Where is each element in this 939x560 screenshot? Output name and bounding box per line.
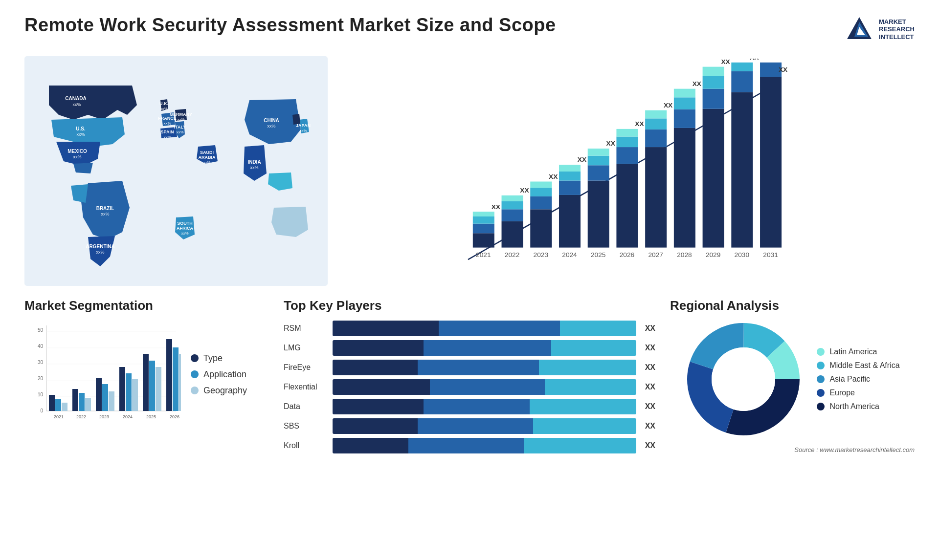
svg-rect-46 [502,201,523,210]
bar-seg1-sbs [333,418,418,434]
svg-text:2021: 2021 [476,251,491,258]
legend-application: Application [191,369,247,380]
svg-rect-70 [616,137,638,148]
svg-rect-77 [645,110,667,119]
svg-text:xx%: xx% [299,129,307,133]
application-label: Application [203,369,246,380]
bar-seg1-flexential [333,379,430,395]
svg-rect-118 [72,389,78,411]
player-name-rsm: RSM [284,324,328,333]
svg-rect-124 [109,391,114,411]
type-dot [191,354,199,362]
player-name-data: Data [284,402,328,411]
bar-seg2-flexential [430,379,545,395]
svg-rect-71 [616,129,638,137]
player-name-flexential: Flexential [284,383,328,391]
svg-rect-82 [674,97,695,109]
svg-rect-81 [674,109,695,128]
bar-seg2-rsm [439,321,560,336]
bar-seg3-lmg [551,340,636,356]
legend-type: Type [191,353,247,364]
page-container: Remote Work Security Assessment Market S… [0,0,939,560]
svg-text:BRAZIL: BRAZIL [96,206,114,211]
player-xx-sbs: XX [645,422,655,431]
player-name-kroll: Kroll [284,441,328,450]
svg-rect-83 [674,89,695,98]
northam-dot [817,403,825,410]
svg-text:xx%: xx% [203,160,210,165]
svg-text:xx%: xx% [181,231,188,236]
svg-text:XX: XX [578,156,587,163]
reg-legend-northam: North America [817,402,899,411]
svg-text:AFRICA: AFRICA [177,226,193,231]
svg-rect-120 [85,398,91,411]
svg-rect-97 [760,77,782,247]
svg-rect-80 [674,128,695,248]
player-xx-lmg: XX [645,344,655,352]
asia-label: Asia Pacific [829,375,870,384]
svg-text:XX: XX [549,173,558,180]
svg-text:SPAIN: SPAIN [161,129,174,134]
svg-rect-92 [731,92,753,248]
europe-label: Europe [829,388,855,397]
svg-text:2024: 2024 [562,251,577,258]
svg-text:xx%: xx% [96,250,104,255]
svg-rect-62 [588,181,609,248]
donut-chart [685,321,802,438]
player-bar-rsm [333,321,636,336]
svg-rect-63 [588,165,609,180]
svg-rect-122 [96,378,102,411]
svg-rect-69 [616,147,638,164]
svg-rect-115 [55,399,61,411]
svg-rect-116 [62,403,67,411]
bar-seg3-rsm [560,321,636,336]
svg-text:2024: 2024 [123,414,133,419]
bar-seg2-data [424,399,530,414]
bar-seg3-data [530,399,636,414]
svg-rect-135 [173,347,179,411]
reg-legend-latin: Latin America [817,347,899,356]
northam-label: North America [829,402,879,411]
bar-seg1-rsm [333,321,439,336]
svg-text:ITALY: ITALY [174,125,186,129]
regional-title: Regional Analysis [670,298,915,313]
player-row-sbs: SBS XX [284,418,655,434]
application-dot [191,370,199,378]
bottom-content: Market Segmentation 0 10 20 30 40 50 [24,298,915,453]
svg-text:2029: 2029 [706,251,720,258]
svg-rect-75 [645,129,667,147]
bar-seg2-lmg [424,340,551,356]
player-bar-sbs [333,418,636,434]
svg-text:40: 40 [38,344,44,349]
legend-geography: Geography [191,386,247,396]
svg-rect-132 [156,367,161,411]
player-xx-flexential: XX [645,383,655,391]
bar-seg1-kroll [333,438,408,453]
svg-rect-44 [502,221,523,248]
svg-rect-64 [588,156,609,166]
player-bar-lmg [333,340,636,356]
seg-legend: Type Application Geography [191,353,247,396]
player-row-data: Data XX [284,399,655,414]
regional-section: Regional Analysis [670,298,915,453]
svg-text:xx%: xx% [176,130,183,134]
svg-rect-136 [179,354,181,411]
player-bar-kroll [333,438,636,453]
regional-content: Latin America Middle East & Africa Asia … [670,321,915,438]
asia-dot [817,375,825,383]
bar-seg1-fireeye [333,360,418,375]
regional-legend: Latin America Middle East & Africa Asia … [817,347,899,411]
svg-text:2023: 2023 [534,251,549,258]
source-text: Source : www.marketresearchintellect.com [794,446,915,453]
svg-text:xx%: xx% [267,124,275,129]
svg-text:2026: 2026 [170,414,179,419]
player-name-fireeye: FireEye [284,363,328,372]
reg-legend-asia: Asia Pacific [817,375,899,384]
svg-rect-134 [166,339,172,411]
svg-text:CHINA: CHINA [264,118,279,123]
logo: MARKET RESEARCH INTELLECT [845,15,915,44]
player-xx-rsm: XX [645,324,655,333]
svg-text:U.S.: U.S. [76,126,86,131]
svg-text:2031: 2031 [763,251,778,258]
player-bar-flexential [333,379,636,395]
